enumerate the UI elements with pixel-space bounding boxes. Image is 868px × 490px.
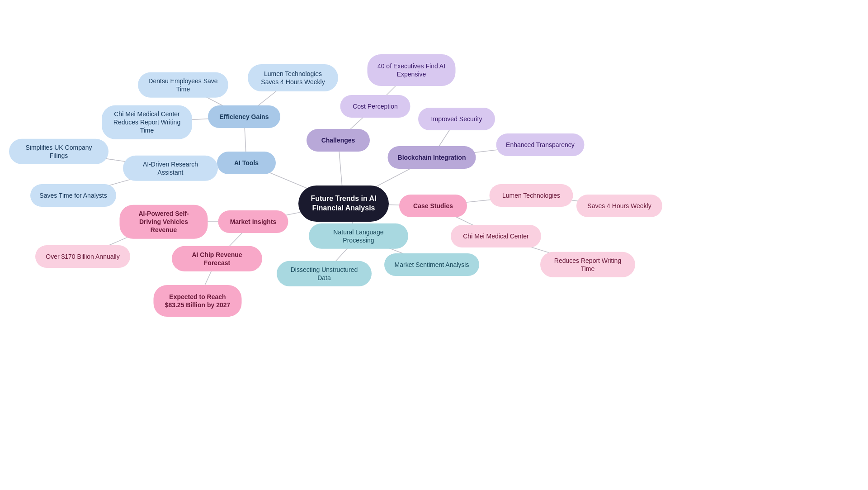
node-chi-mei[interactable]: Chi Mei Medical Center Reduces Report Wr… xyxy=(102,105,192,139)
node-dissecting[interactable]: Dissecting Unstructured Data xyxy=(277,261,372,286)
node-blockchain[interactable]: Blockchain Integration xyxy=(388,146,476,169)
node-cost-perception[interactable]: Cost Perception xyxy=(340,95,410,118)
node-market-sentiment[interactable]: Market Sentiment Analysis xyxy=(384,253,479,276)
node-saves-time-analysts[interactable]: Saves Time for Analysts xyxy=(30,184,116,207)
node-lumen-tech[interactable]: Lumen Technologies xyxy=(490,184,573,207)
node-challenges[interactable]: Challenges xyxy=(307,129,370,152)
node-ai-tools[interactable]: AI Tools xyxy=(217,152,276,174)
node-40-executives[interactable]: 40 of Executives Find AI Expensive xyxy=(368,54,456,86)
node-ai-research[interactable]: AI-Driven Research Assistant xyxy=(123,156,218,181)
node-chi-mei-cs[interactable]: Chi Mei Medical Center xyxy=(451,225,541,247)
node-improved-security[interactable]: Improved Security xyxy=(418,108,495,130)
node-saves-4hrs-weekly[interactable]: Saves 4 Hours Weekly xyxy=(576,195,662,217)
mindmap-container: Future Trends in AI Financial AnalysisAI… xyxy=(0,0,868,490)
node-nlp[interactable]: Natural Language Processing xyxy=(309,224,408,249)
node-case-studies[interactable]: Case Studies xyxy=(399,195,467,217)
node-reduces-report[interactable]: Reduces Report Writing Time xyxy=(540,252,635,277)
node-enhanced-transparency[interactable]: Enhanced Transparency xyxy=(496,133,585,156)
node-efficiency-gains[interactable]: Efficiency Gains xyxy=(208,105,280,128)
center-node: Future Trends in AI Financial Analysis xyxy=(298,186,389,222)
node-dentsu[interactable]: Dentsu Employees Save Time xyxy=(138,72,228,98)
node-83b-2027[interactable]: Expected to Reach $83.25 Billion by 2027 xyxy=(154,285,242,317)
node-over-170b[interactable]: Over $170 Billion Annually xyxy=(35,245,130,268)
node-simplifies-uk[interactable]: Simplifies UK Company Filings xyxy=(9,139,108,164)
node-market-insights[interactable]: Market Insights xyxy=(218,210,288,233)
node-ai-chip[interactable]: AI Chip Revenue Forecast xyxy=(172,246,262,271)
node-ai-vehicles[interactable]: AI-Powered Self-Driving Vehicles Revenue xyxy=(120,205,208,239)
node-lumen-4hrs[interactable]: Lumen Technologies Saves 4 Hours Weekly xyxy=(248,64,338,91)
